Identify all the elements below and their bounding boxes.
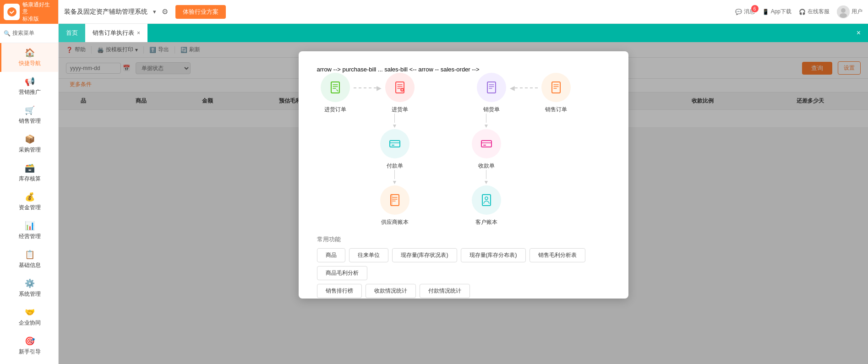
customer-ledger-label: 客户账本	[475, 218, 497, 226]
message-btn[interactable]: 💬 消息 6	[735, 8, 755, 16]
modal-inner: arrow --> purchase-bill ... sales-bill <…	[299, 51, 628, 299]
chevron-down-icon: ▾	[153, 8, 156, 15]
online-service-btn[interactable]: 🎧 在线客服	[799, 8, 830, 16]
home-icon: 🏠	[25, 48, 35, 58]
system-dropdown[interactable]: ▾	[153, 8, 156, 15]
inventory-icon: 🗃️	[25, 163, 35, 173]
finance-icon: 💰	[25, 192, 35, 202]
main-content: 装备及固定资产辅助管理系统 ▾ ⚙ 体验行业方案 💬 消息 6 📱 App下载 …	[59, 0, 868, 364]
purchase-bill-label: 进货单	[392, 106, 408, 114]
modal-dialog: arrow --> purchase-bill ... sales-bill <…	[299, 51, 628, 299]
common-btn-sales-margin[interactable]: 销售毛利分析表	[530, 248, 585, 262]
common-buttons-row-2: 销售排行榜 收款情况统计 付款情况统计	[317, 284, 610, 298]
common-btn-receipt-stats[interactable]: 收款情况统计	[366, 284, 416, 298]
tab-close-icon[interactable]: ×	[137, 30, 140, 36]
payment-bill-node[interactable]: 付款单	[377, 129, 413, 170]
phone-icon: 📱	[762, 9, 769, 15]
purchase-bill-node[interactable]: 进货单	[382, 73, 418, 114]
svg-rect-12	[483, 145, 486, 146]
flow-row-arrows-2: ▼ ▼	[317, 170, 610, 185]
receipt-bill-label: 收款单	[478, 162, 495, 170]
svg-rect-10	[392, 145, 394, 146]
topbar: 装备及固定资产辅助管理系统 ▾ ⚙ 体验行业方案 💬 消息 6 📱 App下载 …	[59, 0, 868, 24]
svg-point-2	[841, 8, 846, 13]
svg-rect-8	[552, 82, 560, 93]
arrow-2: ◀	[510, 84, 538, 103]
common-btn-product[interactable]: 商品	[317, 248, 345, 262]
sidebar-item-finance[interactable]: 💰 资金管理	[0, 187, 58, 216]
svg-point-16	[485, 197, 488, 200]
sidebar-item-marketing[interactable]: 📢 营销推广	[0, 72, 58, 101]
sales-order-label: 销售订单	[545, 106, 567, 114]
sales-bill-node[interactable]: 销货单	[473, 73, 510, 114]
search-icon: 🔍	[4, 30, 11, 37]
svg-rect-14	[391, 195, 393, 206]
down-arrow-customer: ▼	[468, 170, 505, 185]
common-btn-payment-stats[interactable]: 付款情况统计	[420, 284, 470, 298]
newbie-icon: 🎯	[25, 336, 35, 346]
sidebar-item-purchase[interactable]: 📦 采购管理	[0, 130, 58, 158]
sales-bill-circle	[477, 73, 506, 102]
down-arrow-payment: ▼	[377, 114, 413, 129]
common-functions-title: 常用功能	[317, 235, 610, 244]
purchase-bill-circle	[385, 73, 415, 102]
trial-btn[interactable]: 体验行业方案	[175, 5, 226, 19]
flow-row-arrows: ▼ ▼	[317, 114, 610, 129]
supplier-ledger-circle	[380, 185, 409, 215]
logo-text: 畅康通好生意 标准版	[22, 1, 55, 23]
flow-row-5: 供应商账本	[317, 185, 610, 226]
flow-diagram: arrow --> purchase-bill ... sales-bill <…	[317, 66, 610, 226]
marketing-icon: 📢	[25, 76, 35, 87]
arrow-1: ▶	[354, 84, 382, 103]
sidebar-item-inventory[interactable]: 🗃️ 库存核算	[0, 158, 58, 187]
user-menu[interactable]: 用户	[837, 5, 863, 18]
sidebar-item-newbie[interactable]: 🎯 新手引导	[0, 331, 58, 360]
topbar-right: 💬 消息 6 📱 App下载 🎧 在线客服 用户	[735, 5, 863, 18]
message-icon: 💬	[735, 9, 742, 15]
search-menu-button[interactable]: 🔍 搜索菜单	[4, 27, 55, 39]
common-btn-sales-rank[interactable]: 销售排行榜	[317, 284, 362, 298]
app-download-btn[interactable]: 📱 App下载	[762, 8, 792, 16]
svg-point-0	[7, 7, 16, 16]
sales-order-node[interactable]: 销售订单	[538, 73, 574, 114]
down-arrow-supplier: ▼	[377, 170, 413, 185]
sidebar-item-operation[interactable]: 📊 经营管理	[0, 216, 58, 245]
flow-row-1: 进货订单 ▶	[317, 73, 610, 114]
sidebar-nav: 🏠 快捷导航 📢 营销推广 🛒 销售管理 📦 采购管理 🗃️ 库存核算 💰	[0, 43, 58, 364]
tab-sales-order-exec[interactable]: 销售订单执行表 ×	[85, 24, 147, 42]
window-close-btn[interactable]: ×	[857, 29, 861, 37]
common-btn-stock-dist[interactable]: 现存量(库存分布表)	[461, 248, 526, 262]
common-btn-product-margin[interactable]: 商品毛利分析	[317, 266, 367, 280]
supplier-ledger-label: 供应商账本	[381, 218, 409, 226]
sidebar-logo: 畅康通好生意 标准版	[0, 0, 58, 24]
svg-rect-15	[482, 195, 491, 206]
sales-order-circle	[541, 73, 571, 102]
enterprise-icon: 🤝	[25, 307, 35, 317]
sales-icon: 🛒	[25, 105, 35, 115]
sidebar-item-basic-info[interactable]: 📋 基础信息	[0, 245, 58, 274]
receipt-bill-node[interactable]: 收款单	[468, 129, 505, 170]
svg-rect-9	[390, 141, 400, 147]
common-btn-stock-status[interactable]: 现存量(库存状况表)	[392, 248, 457, 262]
sidebar-item-system[interactable]: ⚙️ 系统管理	[0, 274, 58, 303]
system-title: 装备及固定资产辅助管理系统	[64, 8, 147, 16]
sidebar-search[interactable]: 🔍 搜索菜单	[0, 24, 58, 43]
sidebar-item-sales[interactable]: 🛒 销售管理	[0, 101, 58, 130]
purchase-icon: 📦	[25, 134, 35, 144]
purchase-order-label: 进货订单	[324, 106, 346, 114]
customer-ledger-node[interactable]: 客户账本	[468, 185, 505, 226]
common-btn-contact[interactable]: 往来单位	[349, 248, 388, 262]
modal-overlay: arrow --> purchase-bill ... sales-bill <…	[59, 42, 868, 364]
sidebar: 畅康通好生意 标准版 🔍 搜索菜单 🏠 快捷导航 📢 营销推广 🛒 销售管理	[0, 0, 59, 364]
settings-icon[interactable]: ⚙	[162, 7, 168, 16]
svg-rect-7	[487, 82, 496, 93]
logo-icon	[4, 4, 20, 20]
common-buttons-row-1: 商品 往来单位 现存量(库存状况表) 现存量(库存分布表) 销售毛利分析表 商品…	[317, 248, 610, 280]
supplier-ledger-node[interactable]: 供应商账本	[377, 185, 413, 226]
sidebar-item-quick-nav[interactable]: 🏠 快捷导航	[0, 43, 58, 72]
down-arrow-receipt: ▼	[468, 114, 505, 129]
basic-info-icon: 📋	[25, 250, 35, 260]
tab-home[interactable]: 首页	[59, 24, 85, 42]
sidebar-item-enterprise[interactable]: 🤝 企业协同	[0, 303, 58, 331]
purchase-order-node[interactable]: 进货订单	[317, 73, 354, 114]
